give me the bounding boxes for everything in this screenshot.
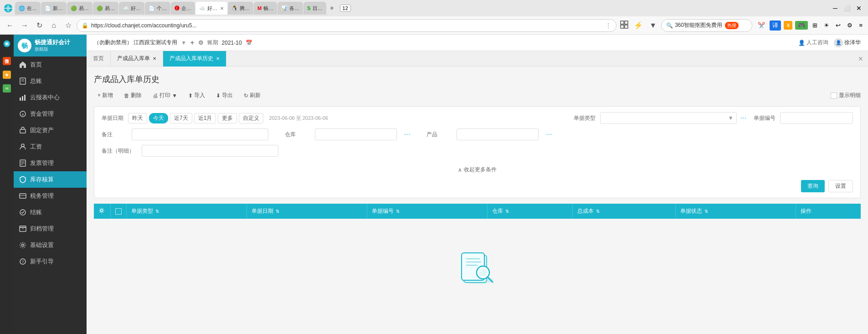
- show-fields-checkbox[interactable]: [831, 92, 837, 99]
- refresh-button[interactable]: ↻: [33, 19, 46, 32]
- tab-6[interactable]: 📄 个…: [145, 2, 170, 15]
- translate-icon[interactable]: 译: [770, 21, 781, 31]
- add-button[interactable]: + 新增: [94, 90, 117, 101]
- tab-4[interactable]: 🟢 易…: [93, 2, 118, 15]
- calendar-icon[interactable]: 📅: [246, 40, 252, 46]
- tab-counter[interactable]: 12: [340, 5, 351, 12]
- menu-icon[interactable]: ≡: [857, 22, 864, 29]
- date-more[interactable]: 更多: [218, 113, 237, 123]
- date-1month[interactable]: 近1月: [194, 113, 216, 123]
- search-button[interactable]: 查询: [801, 180, 825, 192]
- sidebar-item-archive[interactable]: 归档管理: [14, 221, 87, 237]
- collapse-button[interactable]: ∧ 收起更多条件: [458, 164, 497, 175]
- import-button[interactable]: ⬆ 导入: [185, 90, 209, 101]
- yuan-icon[interactable]: ¥: [784, 21, 792, 30]
- th-number[interactable]: 单据编号 ⇅: [367, 204, 487, 219]
- maximize-button[interactable]: ⬜: [842, 3, 853, 14]
- undo-icon[interactable]: ↩: [834, 22, 842, 29]
- select-all-checkbox[interactable]: [115, 208, 122, 215]
- page-tab-list[interactable]: 产成品入库单 ✕: [111, 51, 163, 67]
- close-all-tabs-button[interactable]: ✕: [858, 55, 863, 62]
- th-settings[interactable]: [94, 204, 110, 219]
- sidebar-item-home[interactable]: 首页: [14, 57, 87, 73]
- tab-9[interactable]: 🐧 腾…: [228, 2, 253, 15]
- dropdown-arrow[interactable]: ▼: [647, 19, 659, 32]
- print-button[interactable]: 🖨 打印 ▼: [149, 90, 181, 101]
- rail-weibo-icon[interactable]: 微: [1, 56, 12, 67]
- customer-service-button[interactable]: 👤 人工咨询: [798, 39, 828, 46]
- sidebar-item-settings[interactable]: 基础设置: [14, 237, 87, 253]
- filter-settings-button[interactable]: 设置: [828, 180, 853, 192]
- warehouse-filter-dots[interactable]: ···: [404, 130, 410, 139]
- date-custom[interactable]: 自定义: [239, 113, 263, 123]
- sidebar-item-tax[interactable]: 税务管理: [14, 188, 87, 204]
- add-company-button[interactable]: +: [190, 39, 194, 47]
- user-info-button[interactable]: 👤 徐泽华: [834, 38, 861, 47]
- tab-1[interactable]: 🌐 在…: [15, 2, 41, 15]
- sidebar-item-finance[interactable]: ¥ 资金管理: [14, 106, 87, 122]
- warehouse-filter-select[interactable]: [315, 128, 397, 140]
- tab-11[interactable]: 📊 各…: [277, 2, 303, 15]
- delete-button[interactable]: 🗑 删除: [120, 90, 145, 101]
- minimize-button[interactable]: ─: [830, 3, 841, 14]
- number-filter-input[interactable]: [780, 112, 853, 124]
- date-7days[interactable]: 近7天: [170, 113, 192, 123]
- page-tab-history[interactable]: 产成品入库单历史 ✕: [163, 51, 226, 67]
- sidebar-item-reports[interactable]: 云报表中心: [14, 89, 87, 106]
- address-bar[interactable]: 🔒 https://cloud.chanjet.com/accounting/u…: [77, 19, 616, 32]
- scissors-icon[interactable]: ✂️: [756, 22, 767, 29]
- th-cost[interactable]: 总成本 ⇅: [572, 204, 675, 219]
- sidebar-item-ledger[interactable]: 总账: [14, 73, 87, 89]
- tab-7[interactable]: 🅒 企…: [171, 2, 195, 15]
- rail-logo[interactable]: 畅: [1, 38, 12, 49]
- tab-close-8[interactable]: ✕: [220, 6, 224, 11]
- sidebar-item-close-account[interactable]: 结账: [14, 204, 87, 221]
- settings-icon[interactable]: ⚙: [845, 22, 854, 29]
- more-options-icon[interactable]: ⋮: [605, 22, 611, 29]
- detail-remark-input[interactable]: [142, 145, 278, 157]
- lightning-icon[interactable]: ⚡: [632, 19, 645, 32]
- tab-8[interactable]: ☁️ 好… ✕: [195, 2, 227, 15]
- tab-10[interactable]: M 畅…: [254, 2, 277, 15]
- history-tab-close[interactable]: ✕: [216, 56, 220, 61]
- close-window-button[interactable]: ✕: [853, 3, 864, 14]
- sidebar-item-guide[interactable]: ? 新手引导: [14, 253, 87, 270]
- search-bar[interactable]: 🔍 360智能抠图免费用 热搜: [661, 19, 752, 32]
- grid2-icon[interactable]: ⊞: [811, 22, 819, 29]
- date-yesterday[interactable]: 昨天: [128, 113, 147, 123]
- th-checkbox[interactable]: [110, 204, 126, 219]
- home-button[interactable]: ⌂: [47, 19, 60, 32]
- period-value[interactable]: 2021-10: [222, 40, 242, 46]
- show-fields-button[interactable]: 显示明细: [831, 92, 861, 99]
- sidebar-item-inventory[interactable]: 库存核算: [14, 171, 87, 188]
- th-warehouse[interactable]: 仓库 ⇅: [487, 204, 572, 219]
- sidebar-item-invoice[interactable]: 发票管理: [14, 155, 87, 171]
- print-dropdown-icon[interactable]: ▼: [172, 92, 177, 99]
- game-icon[interactable]: 🎮: [795, 21, 808, 30]
- breadcrumb-home[interactable]: 首页: [87, 51, 111, 67]
- new-tab-button[interactable]: +: [327, 3, 338, 14]
- tab-12[interactable]: S 目…: [303, 2, 326, 15]
- remark-filter-input[interactable]: [132, 128, 268, 140]
- list-tab-close[interactable]: ✕: [153, 56, 156, 61]
- tab-3[interactable]: 🟢 易…: [67, 2, 92, 15]
- back-button[interactable]: ←: [4, 19, 16, 32]
- brightness-icon[interactable]: ☀: [822, 22, 831, 29]
- rail-star-icon[interactable]: ★: [1, 69, 12, 80]
- bookmark-button[interactable]: ☆: [62, 19, 75, 32]
- type-filter-dots[interactable]: ···: [740, 114, 746, 122]
- rail-mail-icon[interactable]: ✉: [1, 83, 12, 94]
- th-status[interactable]: 单据状态 ⇅: [675, 204, 796, 219]
- refresh-button[interactable]: ↻ 刷新: [240, 90, 264, 101]
- product-filter-select[interactable]: [457, 128, 539, 140]
- tab-5[interactable]: ☁️ 好…: [119, 2, 144, 15]
- forward-button[interactable]: →: [18, 19, 31, 32]
- th-type[interactable]: 单据类型 ⇅: [126, 204, 247, 219]
- th-date[interactable]: 单据日期 ⇅: [247, 204, 367, 219]
- export-button[interactable]: ⬇ 导出: [212, 90, 236, 101]
- product-filter-dots[interactable]: ···: [546, 130, 552, 139]
- sidebar-item-assets[interactable]: 固定资产: [14, 122, 87, 139]
- grid-icon[interactable]: [618, 21, 630, 30]
- sidebar-item-salary[interactable]: 工资: [14, 139, 87, 155]
- date-today[interactable]: 今天: [149, 113, 168, 123]
